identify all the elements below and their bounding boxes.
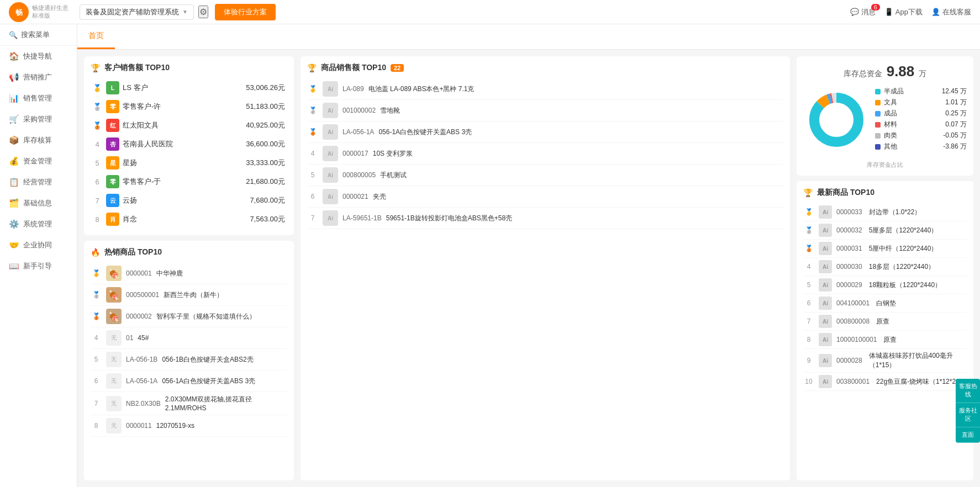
product-image: Ai	[323, 81, 338, 97]
product-sales-title: 🏆 商品销售额 TOP10 22	[307, 63, 783, 73]
right-panel: 库存总资金 9.88 万	[797, 56, 973, 480]
legend-label: 材料	[884, 120, 897, 129]
new-product-name: 原查	[883, 335, 967, 345]
product-code: LA-089	[343, 85, 364, 93]
rank-cell: 5	[91, 153, 104, 172]
product-code: NB2.0X30B	[126, 400, 161, 407]
hotline-button[interactable]: 客服热线	[956, 379, 980, 403]
sidebar-item-basic-info[interactable]: 🗂️ 基础信息	[0, 193, 77, 214]
new-product-name: 5厘多层（1220*2440）	[869, 226, 967, 235]
hot-product-row: 🥇 🍖 0000001 中华神鹿	[91, 263, 287, 284]
name-cell: 红 红太阳文具	[104, 116, 218, 135]
new-product-rank: 🥈	[803, 226, 814, 234]
customer-avatar: 红	[106, 119, 119, 132]
product-name: 2.0X30MM双搓花轴,搓花直径2.1MM/ROHS	[165, 395, 287, 412]
name-cell: L LS 客户	[104, 78, 218, 97]
sidebar-item-marketing[interactable]: 📢 营销推广	[0, 67, 77, 88]
left-panel: 🏆 客户销售额 TOP10 🥇 L LS 客户 53,006.26元 🥈 零 零…	[84, 56, 294, 480]
system-selector[interactable]: 装备及固定资产辅助管理系统 ▼	[80, 4, 194, 20]
sidebar-item-purchase[interactable]: 🛒 采购管理	[0, 109, 77, 130]
legend-dot	[875, 111, 881, 117]
message-button[interactable]: 💬 消息 6	[850, 7, 876, 17]
customer-sales-title: 🏆 客户销售额 TOP10	[91, 63, 287, 73]
sidebar-item-cooperation[interactable]: 🤝 企业协同	[0, 235, 77, 256]
customer-row: 8 肖 肖念 7,563.00元	[91, 210, 287, 229]
new-product-rank: 6	[803, 299, 814, 307]
search-icon: 🔍	[9, 31, 18, 39]
new-product-rank: 9	[803, 357, 814, 364]
new-product-code: 10000100001	[836, 336, 877, 343]
new-product-code: 0000033	[836, 208, 862, 216]
customer-row: 7 云 云扬 7,680.00元	[91, 191, 287, 210]
rank-cell: 6	[91, 172, 104, 191]
new-products-title: 🏆 最新商品 TOP10	[803, 188, 967, 198]
product-code: 0000011	[126, 422, 152, 430]
legend-value: 0.07 万	[945, 120, 967, 129]
customer-avatar: 星	[106, 156, 119, 170]
trial-button[interactable]: 体验行业方案	[215, 4, 276, 20]
product-code: 0000001	[126, 269, 152, 277]
guide-icon: 📖	[9, 261, 19, 271]
new-product-code: 000800008	[836, 317, 870, 325]
direct-button[interactable]: 直面	[956, 427, 980, 443]
new-product-image: Ai	[819, 297, 832, 310]
product-code: 000800005	[343, 171, 376, 179]
sidebar-item-inventory[interactable]: 📦 库存核算	[0, 130, 77, 151]
sidebar-item-sales[interactable]: 📊 销售管理	[0, 88, 77, 109]
content-area: 首页 🏆 客户销售额 TOP10 🥇 L	[77, 24, 980, 487]
sidebar-item-system[interactable]: ⚙️ 系统管理	[0, 214, 77, 235]
new-product-rank: 4	[803, 263, 814, 271]
hot-product-row: 7 无 NB2.0X30B 2.0X30MM双搓花轴,搓花直径2.1MM/ROH…	[91, 392, 287, 415]
settings-button[interactable]: ⚙	[198, 6, 208, 18]
new-product-row: 8 Ai 10000100001 原查	[803, 331, 967, 349]
legend-label: 肉类	[884, 131, 897, 140]
customer-avatar: 零	[106, 100, 119, 113]
brand-logo: 畅	[9, 2, 29, 22]
marketing-icon: 📢	[9, 72, 19, 82]
community-button[interactable]: 服务社区	[956, 403, 980, 427]
name-cell: 零 零售客户-于	[104, 172, 218, 191]
basic-info-icon: 🗂️	[9, 198, 19, 208]
product-image: Ai	[323, 167, 338, 183]
product-sales-row: 🥇 Ai LA-089 电池盖 LA-089 ABS本色+黑种 7.1克	[307, 78, 783, 100]
amount-cell: 40,925.00元	[218, 116, 287, 135]
amount-cell: 36,600.00元	[218, 135, 287, 153]
product-image: 无	[106, 418, 122, 433]
online-service-button[interactable]: 👤 在线客服	[931, 7, 971, 17]
legend-value: -0.05 万	[943, 131, 967, 140]
new-product-row: 🥈 Ai 0000032 5厘多层（1220*2440）	[803, 221, 967, 240]
name-cell: 杏 苍南县人民医院	[104, 135, 218, 153]
app-download-button[interactable]: 📱 App下载	[884, 7, 923, 17]
sidebar: 🔍 搜索菜单 🏠 快捷导航 📢 营销推广 📊 销售管理 🛒 采购管理 📦	[0, 24, 77, 487]
legend-dot	[875, 89, 881, 94]
product-rank: 🥉	[91, 313, 102, 320]
sidebar-item-finance[interactable]: 💰 资金管理	[0, 151, 77, 172]
product-rank: 5	[91, 356, 102, 363]
new-product-rank: 🥉	[803, 245, 814, 252]
product-code: LA-59651-1B	[343, 214, 382, 222]
phone-icon: 📱	[884, 8, 893, 16]
legend-item: 文具 1.01 万	[875, 98, 967, 107]
product-rank: 🥇	[91, 269, 102, 277]
amount-cell: 7,563.00元	[218, 210, 287, 229]
search-menu-button[interactable]: 🔍 搜索菜单	[0, 24, 77, 46]
product-rank: 4	[91, 334, 102, 342]
product-sales-list: 🥇 Ai LA-089 电池盖 LA-089 ABS本色+黑种 7.1克 🥈 A…	[307, 78, 783, 229]
hot-product-row: 🥉 🍖 0000002 智利车子里（规格不知道填什么）	[91, 306, 287, 327]
product-sales-card: 🏆 商品销售额 TOP10 22 🥇 Ai LA-089 电池盖 LA-089 …	[301, 56, 790, 480]
product-name: 夹壳	[373, 192, 783, 202]
sidebar-item-operations[interactable]: 📋 经营管理	[0, 172, 77, 193]
sidebar-item-guide[interactable]: 📖 新手引导	[0, 256, 77, 277]
new-product-code: 0000032	[836, 226, 862, 234]
customer-avatar: 杏	[106, 137, 119, 151]
customer-row: 6 零 零售客户-于 21,680.00元	[91, 172, 287, 191]
new-product-code: 0000028	[836, 357, 862, 364]
customer-name: 零售客户-于	[123, 177, 215, 187]
new-product-row: 6 Ai 004100001 白钢垫	[803, 294, 967, 313]
tab-home[interactable]: 首页	[77, 24, 115, 49]
rank-cell: 7	[91, 191, 104, 210]
sidebar-item-quick-nav[interactable]: 🏠 快捷导航	[0, 46, 77, 67]
legend-label: 成品	[884, 109, 897, 118]
chevron-down-icon: ▼	[182, 9, 188, 15]
product-rank: 8	[91, 422, 102, 430]
